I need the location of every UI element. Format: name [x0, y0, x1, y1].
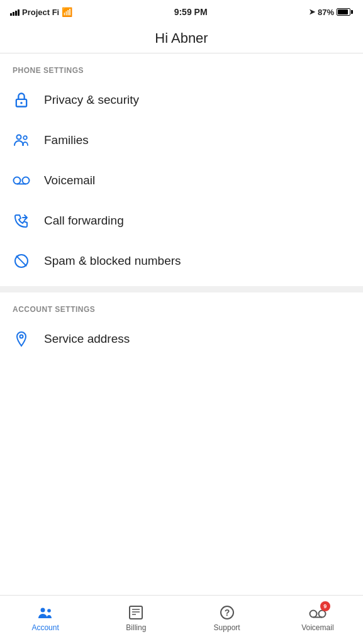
location-pin-icon [13, 330, 44, 348]
menu-item-privacy[interactable]: Privacy & security [0, 80, 363, 120]
location-icon: ➤ [309, 8, 315, 16]
status-left: Project Fi 📶 [10, 7, 72, 17]
content-scroll[interactable]: PHONE SETTINGS Privacy & security Famili… [0, 53, 363, 605]
svg-point-3 [23, 136, 27, 140]
billing-nav-label: Billing [126, 623, 146, 632]
service-address-label: Service address [44, 332, 130, 346]
svg-point-19 [318, 611, 325, 618]
menu-item-families[interactable]: Families [0, 120, 363, 160]
block-icon [13, 252, 44, 270]
families-label: Families [44, 133, 89, 147]
spam-label: Spam & blocked numbers [44, 254, 181, 268]
section-divider [0, 286, 363, 292]
menu-item-service-address[interactable]: Service address [0, 319, 363, 359]
support-nav-label: Support [214, 623, 240, 632]
svg-point-1 [20, 102, 23, 104]
wifi-icon: 📶 [62, 7, 72, 17]
svg-point-9 [20, 335, 23, 338]
lock-icon [13, 91, 44, 109]
battery-icon [337, 8, 353, 16]
voicemail-icon [13, 172, 44, 189]
privacy-label: Privacy & security [44, 93, 139, 107]
phone-settings-section-header: PHONE SETTINGS [0, 53, 363, 80]
svg-point-10 [41, 608, 45, 613]
nav-item-voicemail[interactable]: 9 Voicemail [272, 596, 363, 644]
voicemail-nav-label: Voicemail [301, 623, 333, 632]
status-right: ➤ 87% [309, 8, 353, 17]
support-nav-icon: ? [218, 604, 236, 621]
voicemail-label: Voicemail [44, 174, 95, 187]
svg-point-5 [23, 177, 30, 184]
call-forwarding-label: Call forwarding [44, 214, 124, 228]
svg-line-8 [16, 256, 26, 265]
signal-icon [10, 8, 20, 16]
nav-item-support[interactable]: ? Support [182, 596, 272, 644]
voicemail-nav-icon: 9 [309, 604, 327, 621]
greeting-text: Hi Abner [0, 30, 363, 47]
svg-point-2 [17, 135, 21, 140]
menu-item-voicemail[interactable]: Voicemail [0, 160, 363, 201]
bottom-navigation: Account Billing ? Support [0, 595, 363, 644]
nav-item-account[interactable]: Account [0, 596, 91, 644]
battery-percent: 87% [318, 8, 334, 17]
nav-item-billing[interactable]: Billing [91, 596, 181, 644]
svg-point-4 [14, 177, 21, 184]
account-nav-icon [36, 604, 54, 621]
voicemail-badge: 9 [320, 601, 330, 611]
menu-item-call-forwarding[interactable]: Call forwarding [0, 201, 363, 241]
account-settings-section-header: ACCOUNT SETTINGS [0, 292, 363, 319]
billing-nav-icon [127, 604, 145, 621]
call-forward-icon [13, 212, 44, 230]
status-bar: Project Fi 📶 9:59 PM ➤ 87% [0, 0, 363, 23]
svg-point-11 [47, 609, 51, 613]
time-label: 9:59 PM [174, 7, 208, 17]
menu-item-spam[interactable]: Spam & blocked numbers [0, 241, 363, 281]
family-icon [13, 131, 44, 149]
svg-text:?: ? [224, 608, 230, 618]
carrier-label: Project Fi [22, 8, 59, 17]
svg-point-18 [310, 611, 316, 618]
account-nav-label: Account [31, 623, 59, 632]
svg-rect-12 [130, 606, 142, 619]
page-header: Hi Abner [0, 23, 363, 53]
